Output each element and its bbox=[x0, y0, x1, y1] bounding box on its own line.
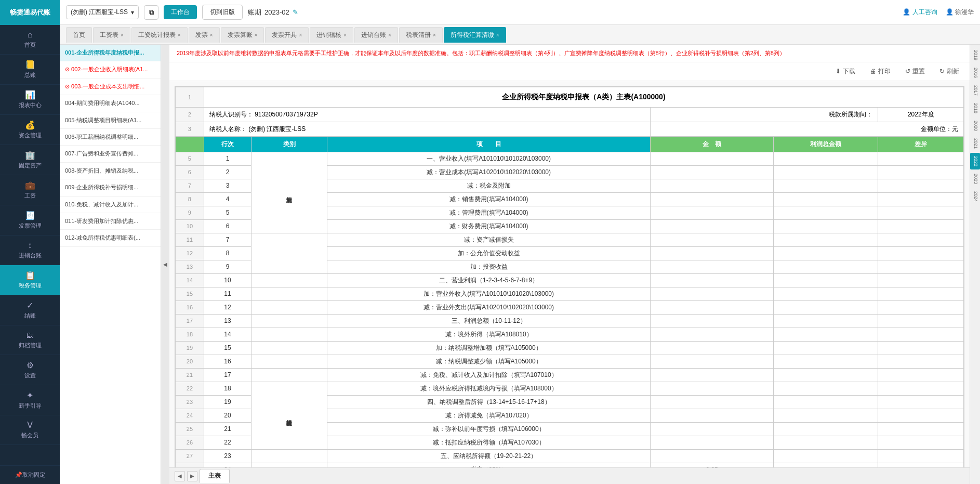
sidebar-item-fixed-assets[interactable]: 🏢 固定资产 bbox=[0, 145, 60, 175]
company-selector[interactable]: (勿删) 江西服宝-LSS ▾ bbox=[66, 5, 139, 19]
tab-close-icon[interactable]: × bbox=[255, 32, 258, 38]
tab-invoice[interactable]: 发票 × bbox=[189, 27, 220, 43]
sidebar-item-report-center[interactable]: 📊 报表中心 bbox=[0, 85, 60, 115]
left-panel-item-007[interactable]: 007-广告费和业务宣传费摊... bbox=[60, 146, 161, 162]
tab-close-icon[interactable]: × bbox=[496, 32, 499, 38]
table-row: 20 16 减：纳税调整减少额（填写A105000） bbox=[176, 355, 964, 368]
tab-income-tax[interactable]: 所得税汇算清缴 × bbox=[444, 27, 506, 43]
tab-invoice-open[interactable]: 发票开具 × bbox=[265, 27, 309, 43]
left-panel-item-001[interactable]: 001-企业所得税年度纳税申报... bbox=[60, 45, 161, 61]
side-year-2021[interactable]: 2021 bbox=[970, 135, 980, 152]
sidebar-item-member[interactable]: V 畅会员 bbox=[0, 415, 60, 445]
period-edit-icon[interactable]: ✎ bbox=[293, 8, 298, 16]
tab-close-icon[interactable]: × bbox=[210, 32, 213, 38]
prev-sheet-button[interactable]: ◀ bbox=[175, 471, 185, 481]
left-panel-item-010[interactable]: 010-免税、减计收入及加计... bbox=[60, 197, 161, 213]
sheet-footer: ◀ ▶ 主表 bbox=[169, 467, 970, 484]
sidebar-item-general-ledger[interactable]: 📒 总账 bbox=[0, 55, 60, 85]
sidebar-item-home[interactable]: ⌂ 首页 bbox=[0, 25, 60, 55]
chay-cell bbox=[878, 165, 964, 179]
left-panel-item-002[interactable]: ⊘ 002-一般企业收入明细表(A1... bbox=[60, 61, 161, 78]
quane-cell bbox=[650, 409, 774, 422]
leibie-cell: 利润总额计算 bbox=[251, 152, 327, 233]
switch-old-button[interactable]: 切到旧版 bbox=[202, 5, 243, 20]
sidebar-pin-toggle[interactable]: 📌 取消固定 bbox=[0, 465, 60, 484]
user-avatar[interactable]: 👤 徐漫华 bbox=[946, 8, 974, 17]
download-label: 下载 bbox=[843, 67, 855, 76]
tab-tax-clear[interactable]: 税表清册 × bbox=[399, 27, 443, 43]
left-panel-item-004[interactable]: 004-期间费用明细表(A1040... bbox=[60, 95, 161, 112]
hang-cell: 9 bbox=[204, 260, 251, 273]
quane-cell bbox=[650, 246, 774, 260]
side-year-2017[interactable]: 2017 bbox=[970, 82, 980, 99]
leibie-cell bbox=[251, 287, 327, 300]
chay-cell bbox=[878, 436, 964, 449]
tab-home[interactable]: 首页 bbox=[66, 27, 92, 43]
tab-import-account[interactable]: 进销台账 × bbox=[354, 27, 398, 43]
chay-cell bbox=[878, 192, 964, 206]
sidebar-item-settings[interactable]: ⚙ 设置 bbox=[0, 355, 60, 385]
refresh-button[interactable]: ↻ 刷新 bbox=[936, 66, 962, 77]
row-num: 12 bbox=[176, 246, 204, 260]
hang-cell: 8 bbox=[204, 246, 251, 260]
hang-cell: 11 bbox=[204, 287, 251, 300]
next-sheet-button[interactable]: ▶ bbox=[187, 471, 197, 481]
tab-close-icon[interactable]: × bbox=[121, 32, 124, 38]
tab-close-icon[interactable]: × bbox=[388, 32, 391, 38]
tab-label: 工资表 bbox=[100, 31, 118, 40]
left-panel-item-005[interactable]: 005-纳税调整项目明细表(A1... bbox=[60, 112, 161, 129]
leibie-cell bbox=[251, 341, 327, 355]
support-link[interactable]: 👤 人工咨询 bbox=[903, 8, 937, 17]
side-year-2018[interactable]: 2018 bbox=[970, 100, 980, 116]
quane-cell bbox=[650, 206, 774, 219]
guide-icon: ✦ bbox=[27, 390, 33, 400]
chevron-down-icon: ▾ bbox=[131, 9, 134, 16]
sidebar-item-label: 资金管理 bbox=[19, 132, 42, 139]
sheet-container[interactable]: 1 企业所得税年度纳税申报表（A类）主表(A100000) 2 纳税人识别号： … bbox=[169, 81, 970, 468]
print-button[interactable]: 🖨 打印 bbox=[867, 66, 894, 77]
tax-period-value: 2022年度 bbox=[908, 111, 934, 118]
tab-payroll[interactable]: 工资表 × bbox=[93, 27, 130, 43]
workbench-button[interactable]: 工作台 bbox=[164, 5, 197, 19]
sidebar-item-archive-mgmt[interactable]: 🗂 归档管理 bbox=[0, 325, 60, 355]
left-panel-item-006[interactable]: 006-职工薪酬纳税调整明细... bbox=[60, 129, 161, 146]
copy-icon-btn[interactable]: ⧉ bbox=[144, 5, 158, 20]
sidebar-item-invoice-mgmt[interactable]: 🧾 发票管理 bbox=[0, 205, 60, 236]
reset-button[interactable]: ↺ 重置 bbox=[902, 66, 928, 77]
left-panel-item-011[interactable]: 011-研发费用加计扣除优惠... bbox=[60, 213, 161, 230]
tab-import-check[interactable]: 进销稽核 × bbox=[310, 27, 353, 43]
side-year-2022[interactable]: 2022 bbox=[970, 153, 980, 169]
sidebar-item-new-guide[interactable]: ✦ 新手引导 bbox=[0, 385, 60, 415]
left-panel-item-009[interactable]: 009-企业所得税补亏损明细... bbox=[60, 179, 161, 196]
tab-invoice-calc[interactable]: 发票算账 × bbox=[221, 27, 264, 43]
quane-cell bbox=[650, 152, 774, 165]
collapse-panel-button[interactable]: ◀ bbox=[161, 45, 169, 484]
settings-icon: ⚙ bbox=[27, 360, 34, 370]
side-year-2019[interactable]: 2019 bbox=[970, 47, 980, 63]
tab-close-icon[interactable]: × bbox=[433, 32, 436, 38]
side-year-2020[interactable]: 2020 bbox=[970, 117, 980, 134]
left-panel-item-012[interactable]: 012-减免所得税优惠明细表(... bbox=[60, 230, 161, 246]
side-year-2023[interactable]: 2023 bbox=[970, 171, 980, 187]
tab-close-icon[interactable]: × bbox=[299, 32, 302, 38]
tab-close-icon[interactable]: × bbox=[178, 32, 181, 38]
sidebar-item-label: 报表中心 bbox=[19, 101, 42, 109]
sidebar-item-fund-mgmt[interactable]: 💰 资金管理 bbox=[0, 115, 60, 145]
xiangmu-cell: 减：弥补以前年度亏损（填写A106000） bbox=[327, 422, 650, 436]
left-panel-item-003[interactable]: ⊘ 003-一般企业成本支出明细... bbox=[60, 79, 161, 95]
lirune-cell bbox=[774, 341, 878, 355]
sheet-tab-main[interactable]: 主表 bbox=[200, 469, 230, 483]
lirune-cell bbox=[774, 287, 878, 300]
table-row: 22 18 应纳税所得额计算 减：境外应税所得抵减境内亏损（填写A108000） bbox=[176, 382, 964, 395]
sidebar-item-import-export[interactable]: ↕ 进销台账 bbox=[0, 236, 60, 265]
side-year-2016[interactable]: 2016 bbox=[970, 64, 980, 81]
left-panel-item-008[interactable]: 008-资产折旧、摊销及纳税... bbox=[60, 163, 161, 179]
sidebar-item-tax-mgmt[interactable]: 📋 税务管理 bbox=[0, 265, 60, 295]
tab-close-icon[interactable]: × bbox=[343, 32, 347, 38]
download-button[interactable]: ⬇ 下载 bbox=[832, 66, 858, 77]
sidebar-item-payroll[interactable]: 💼 工资 bbox=[0, 175, 60, 205]
hang-cell: 3 bbox=[204, 179, 251, 192]
sidebar-item-settlement[interactable]: ✓ 结账 bbox=[0, 295, 60, 325]
side-year-2024[interactable]: 2024 bbox=[970, 188, 980, 205]
tab-payroll-stat[interactable]: 工资统计报表 × bbox=[131, 27, 188, 43]
